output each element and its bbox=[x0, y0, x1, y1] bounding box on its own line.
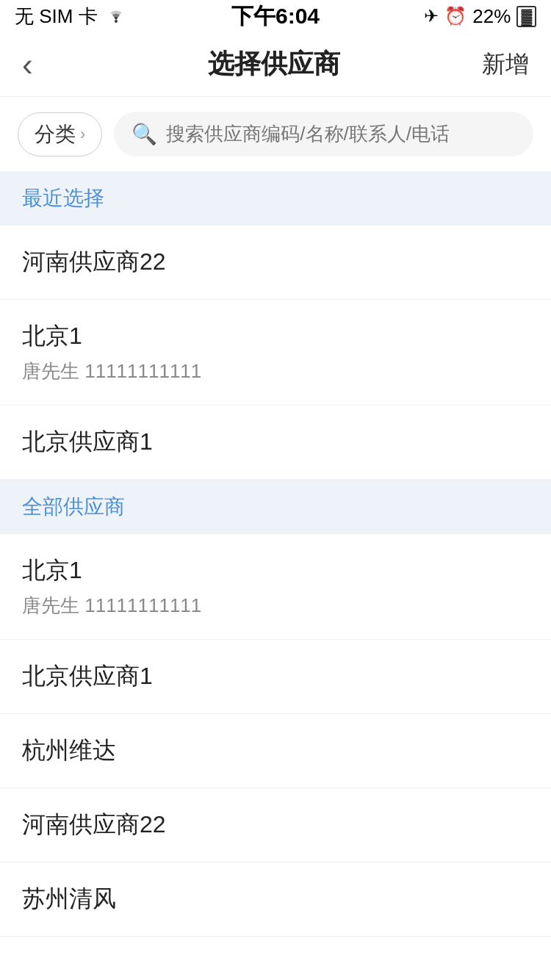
list-item[interactable]: 杭州维达 bbox=[0, 714, 551, 788]
status-indicators: ✈ ⏰ 22% ▓ bbox=[424, 5, 536, 28]
recent-section-header: 最近选择 bbox=[0, 171, 551, 226]
list-item[interactable]: 北京供应商1 bbox=[0, 640, 551, 714]
chevron-right-icon: › bbox=[80, 125, 85, 144]
recent-section-label: 最近选择 bbox=[22, 187, 104, 209]
filter-bar: 分类 › 🔍 bbox=[0, 97, 551, 171]
page-title: 选择供应商 bbox=[208, 46, 340, 82]
all-items-list: 北京1唐先生 11111111111北京供应商1杭州维达河南供应商22苏州清风 bbox=[0, 534, 551, 937]
search-icon: 🔍 bbox=[132, 122, 157, 146]
list-item[interactable]: 苏州清风 bbox=[0, 862, 551, 937]
add-button[interactable]: 新增 bbox=[482, 48, 529, 81]
status-carrier-wifi: 无 SIM 卡 bbox=[15, 4, 127, 29]
list-item[interactable]: 北京供应商1 bbox=[0, 406, 551, 480]
item-name: 北京供应商1 bbox=[22, 660, 529, 693]
nav-bar: ‹ 选择供应商 新增 bbox=[0, 32, 551, 97]
wifi-icon bbox=[105, 5, 127, 28]
item-name: 北京1 bbox=[22, 555, 529, 587]
battery-text: 22% bbox=[472, 5, 511, 28]
location-icon: ✈ bbox=[424, 6, 439, 26]
all-section-label: 全部供应商 bbox=[22, 495, 125, 518]
search-box[interactable]: 🔍 bbox=[114, 112, 533, 156]
battery-icon: ▓ bbox=[516, 6, 536, 27]
item-contact: 唐先生 11111111111 bbox=[22, 359, 529, 384]
item-name: 河南供应商22 bbox=[22, 809, 529, 841]
item-name: 北京供应商1 bbox=[22, 426, 529, 458]
all-section-header: 全部供应商 bbox=[0, 480, 551, 534]
alarm-icon: ⏰ bbox=[444, 6, 467, 26]
item-name: 河南供应商22 bbox=[22, 246, 529, 278]
list-item[interactable]: 河南供应商22 bbox=[0, 226, 551, 300]
list-item[interactable]: 北京1唐先生 11111111111 bbox=[0, 534, 551, 640]
category-button[interactable]: 分类 › bbox=[18, 112, 102, 156]
list-item[interactable]: 河南供应商22 bbox=[0, 788, 551, 862]
carrier-text: 无 SIM 卡 bbox=[15, 4, 98, 29]
item-name: 苏州清风 bbox=[22, 883, 529, 915]
svg-point-0 bbox=[115, 20, 118, 23]
item-contact: 唐先生 11111111111 bbox=[22, 593, 529, 619]
list-item[interactable]: 北京1唐先生 11111111111 bbox=[0, 300, 551, 406]
status-time: 下午6:04 bbox=[231, 1, 320, 32]
back-button[interactable]: ‹ bbox=[22, 48, 66, 81]
category-label: 分类 bbox=[35, 120, 76, 148]
item-name: 北京1 bbox=[22, 320, 529, 353]
status-bar: 无 SIM 卡 下午6:04 ✈ ⏰ 22% ▓ bbox=[0, 0, 551, 32]
search-input[interactable] bbox=[166, 123, 516, 145]
item-name: 杭州维达 bbox=[22, 735, 529, 767]
recent-items-list: 河南供应商22北京1唐先生 11111111111北京供应商1 bbox=[0, 226, 551, 480]
